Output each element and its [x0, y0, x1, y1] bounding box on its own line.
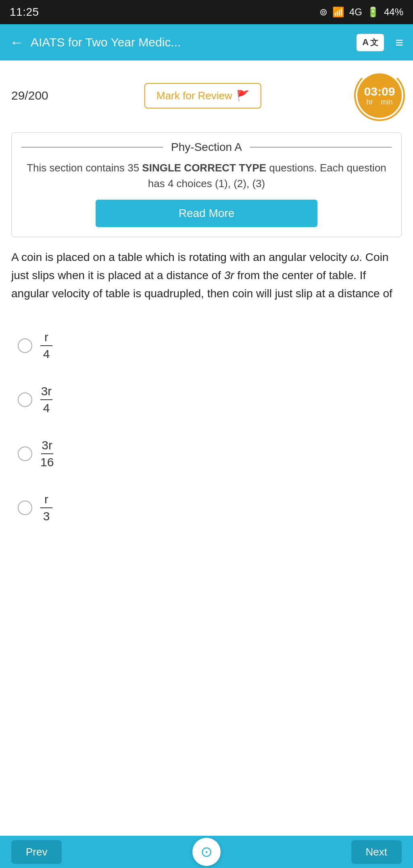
fraction-3: 3r 16 — [40, 438, 54, 469]
timer-circle: 03:09 hr min — [357, 73, 402, 118]
menu-button[interactable]: ≡ — [395, 35, 403, 50]
read-more-button[interactable]: Read More — [96, 200, 318, 227]
denominator-2: 4 — [40, 400, 52, 415]
option-radio-4[interactable] — [18, 501, 32, 515]
timer-labels: hr min — [366, 98, 392, 106]
back-button[interactable]: ← — [10, 34, 24, 51]
option-item: 3r 16 — [11, 427, 402, 481]
distance-3r: 3r — [224, 269, 234, 282]
mark-review-button[interactable]: Mark for Review 🚩 — [144, 83, 261, 108]
option-item: r 4 — [11, 319, 402, 373]
option-label-2: 3r 4 — [40, 384, 52, 415]
nav-bar: ← AIATS for Two Year Medic... A 文 ≡ — [0, 24, 413, 61]
timer-minutes: 09 — [382, 85, 395, 98]
option-radio-2[interactable] — [18, 392, 32, 407]
battery-level: 44% — [384, 6, 403, 18]
status-bar: 11:25 ⊚ 📶 4G 🔋 44% — [0, 0, 413, 24]
translate-a-label: A — [362, 37, 369, 48]
home-button[interactable]: ⊙ — [192, 838, 221, 866]
wifi-icon: ⊚ — [319, 6, 327, 18]
numerator-3: 3r — [41, 438, 53, 454]
flag-icon: 🚩 — [236, 90, 249, 102]
option-label-4: r 3 — [40, 492, 52, 524]
section-name: Phy-Section A — [168, 141, 245, 154]
question-header: 29/200 Mark for Review 🚩 03:09 hr min — [11, 70, 402, 121]
timer-display: 03:09 — [364, 85, 395, 98]
bold-text: SINGLE CORRECT TYPE — [142, 162, 266, 174]
option-item: 3r 4 — [11, 373, 402, 427]
option-radio-1[interactable] — [18, 338, 32, 353]
main-content: 29/200 Mark for Review 🚩 03:09 hr min Ph… — [0, 61, 413, 867]
denominator-3: 16 — [40, 454, 54, 469]
question-number: 29/200 — [11, 89, 48, 102]
option-item: r 3 — [11, 481, 402, 535]
bottom-nav: Prev ⊙ Next — [0, 836, 413, 868]
next-button[interactable]: Next — [351, 840, 402, 864]
fraction-1: r 4 — [40, 330, 52, 361]
option-label-1: r 4 — [40, 330, 52, 361]
numerator-4: r — [40, 492, 52, 508]
numerator-2: 3r — [40, 384, 52, 400]
section-title-wrapper: Phy-Section A — [21, 141, 392, 154]
section-title-line: Phy-Section A — [21, 141, 392, 154]
omega-symbol: ω — [350, 251, 359, 263]
battery-icon: 🔋 — [367, 6, 379, 18]
nav-title: AIATS for Two Year Medic... — [31, 35, 350, 49]
prev-button[interactable]: Prev — [11, 840, 62, 864]
translate-zh-label: 文 — [370, 37, 378, 48]
translate-button[interactable]: A 文 — [357, 34, 384, 51]
section-card: Phy-Section A This section contains 35 S… — [11, 132, 402, 237]
min-label: min — [381, 98, 393, 106]
mark-review-label: Mark for Review — [156, 90, 232, 102]
section-description: This section contains 35 SINGLE CORRECT … — [21, 160, 392, 192]
option-label-3: 3r 16 — [40, 438, 54, 469]
timer-hours: 03 — [364, 85, 378, 98]
hr-label: hr — [366, 98, 373, 106]
numerator-1: r — [40, 330, 52, 346]
signal-strength: 4G — [349, 6, 362, 18]
status-icons: ⊚ 📶 4G 🔋 44% — [319, 6, 403, 18]
fraction-4: r 3 — [40, 492, 52, 524]
options-list: r 4 3r 4 3r 16 — [11, 319, 402, 535]
denominator-1: 4 — [40, 346, 52, 361]
status-time: 11:25 — [10, 6, 39, 19]
home-icon: ⊙ — [200, 843, 213, 860]
signal-icon: 📶 — [332, 6, 344, 18]
fraction-2: 3r 4 — [40, 384, 52, 415]
denominator-4: 3 — [40, 508, 52, 524]
option-radio-3[interactable] — [18, 447, 32, 461]
question-text: A coin is placed on a table which is rot… — [11, 248, 402, 303]
